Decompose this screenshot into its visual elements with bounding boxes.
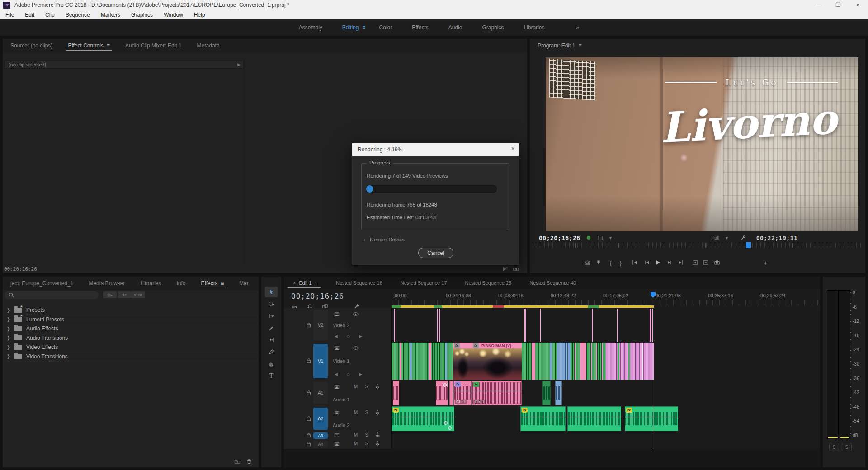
play-button[interactable] — [653, 258, 663, 268]
solo-right-button[interactable]: S — [842, 443, 852, 451]
clip-v1-accent[interactable] — [445, 343, 447, 380]
track-target-v2[interactable]: V2 — [313, 310, 328, 340]
tab-media-browser[interactable]: Media Browser — [81, 277, 132, 290]
clip-a1[interactable] — [555, 381, 562, 405]
lock-icon[interactable] — [306, 415, 312, 422]
clip-v1-accent[interactable] — [400, 343, 401, 380]
solo-left-button[interactable]: S — [829, 443, 839, 451]
track-target-a1[interactable]: A1 — [313, 382, 328, 404]
extract-button[interactable] — [701, 258, 711, 268]
patch-icon[interactable] — [334, 441, 340, 447]
razor-tool[interactable] — [265, 323, 278, 334]
mic-icon[interactable] — [374, 409, 381, 416]
mute-button[interactable]: M — [353, 384, 359, 389]
settings-wrench-icon[interactable] — [740, 235, 746, 241]
keyframe-nav-icon[interactable]: ▶ — [359, 334, 362, 338]
mute-button[interactable]: M — [353, 410, 359, 415]
sequence-tab-nested-sequence-17[interactable]: Nested Sequence 17 — [392, 277, 456, 289]
clip-a2[interactable]: fx — [625, 406, 678, 431]
track-lane-a4[interactable] — [392, 440, 820, 449]
tab-info[interactable]: Info — [169, 277, 193, 290]
list-item-audio-transitions[interactable]: ❯ Audio Transitions — [3, 334, 259, 343]
track-target-a3[interactable]: A3 — [313, 432, 328, 439]
keyframe-dot[interactable] — [446, 383, 448, 387]
gain-line[interactable] — [521, 417, 565, 417]
sequence-tab-edit-1[interactable]: ×Edit 1≡ — [284, 277, 327, 289]
clip-v2[interactable] — [524, 309, 526, 342]
program-seek-bar[interactable] — [532, 243, 863, 248]
program-current-timecode[interactable]: 00;20;16;26 — [539, 235, 580, 241]
type-tool[interactable]: T — [265, 371, 278, 381]
slip-tool[interactable] — [265, 334, 278, 345]
maximize-button[interactable]: ❐ — [828, 0, 848, 10]
settings-wrench-icon[interactable] — [740, 235, 746, 241]
step-back-button[interactable] — [642, 258, 652, 268]
tab-metadata[interactable]: Metadata — [189, 39, 227, 52]
clip-v1-accent[interactable] — [550, 343, 552, 380]
selection-tool[interactable] — [265, 287, 278, 297]
list-item-video-transitions[interactable]: ❯ Video Transitions — [3, 352, 259, 362]
program-video-frame[interactable]: Let's Go Livorno — [546, 57, 858, 231]
clip-v2[interactable] — [439, 309, 440, 342]
clip-a1[interactable]: fxCh. 1 — [472, 381, 522, 405]
workspace-tab-audio[interactable]: Audio — [439, 24, 472, 31]
clip-run-v1[interactable] — [557, 343, 571, 380]
tab-effects[interactable]: Effects≡ — [193, 277, 231, 290]
tab-source-no-clips-[interactable]: Source: (no clips) — [3, 39, 60, 52]
clip-a2[interactable]: fx — [392, 406, 454, 431]
dialog-title-bar[interactable]: Rendering : 4.19% × — [352, 143, 519, 156]
panel-menu-icon[interactable]: ≡ — [107, 42, 110, 49]
gain-line[interactable] — [625, 417, 678, 417]
solo-button[interactable]: S — [363, 384, 370, 389]
sequence-tab-nested-sequence-16[interactable]: Nested Sequence 16 — [327, 277, 392, 289]
effects-search-box[interactable] — [5, 291, 99, 299]
clip-a1[interactable] — [393, 381, 399, 405]
workspace-tab-libraries[interactable]: Libraries — [514, 24, 554, 31]
track-select-forward-tool[interactable] — [265, 299, 278, 310]
clip-v2[interactable] — [650, 309, 651, 342]
menu-graphics[interactable]: Graphics — [126, 12, 158, 18]
lock-icon[interactable] — [306, 322, 312, 328]
clip-a1[interactable] — [436, 381, 448, 405]
patch-icon[interactable] — [334, 432, 340, 438]
clip-v2[interactable] — [394, 309, 395, 342]
clip-run-v1[interactable] — [606, 343, 654, 380]
tab-ject-europe-converted-1[interactable]: ject: Europe_Converted_1 — [3, 277, 81, 290]
clip-v1-accent[interactable] — [642, 343, 643, 380]
tab-libraries[interactable]: Libraries — [132, 277, 169, 290]
clip-v1-accent[interactable] — [628, 343, 630, 380]
tab-audio-clip-mixer-edit-1[interactable]: Audio Clip Mixer: Edit 1 — [118, 39, 189, 52]
clip-v2[interactable] — [617, 309, 618, 342]
lock-icon[interactable] — [306, 441, 312, 447]
zoom-level-dropdown[interactable]: Fit▾ — [598, 235, 612, 241]
chevron-right-icon[interactable]: ❯ — [3, 317, 14, 322]
track-target-a4[interactable]: A4 — [313, 441, 328, 448]
workspace-tab-assembly[interactable]: Assembly — [289, 24, 332, 31]
chevron-right-icon[interactable]: ❯ — [3, 326, 14, 331]
keyframe-nav-icon[interactable]: ◇ — [347, 334, 350, 338]
keyframe-nav-icon[interactable]: ▶ — [359, 372, 362, 376]
list-item-audio-effects[interactable]: ❯ Audio Effects — [3, 324, 259, 334]
menu-sequence[interactable]: Sequence — [60, 12, 95, 18]
keyframe-nav-icon[interactable]: ◇ — [347, 372, 350, 376]
patch-icon[interactable] — [334, 345, 340, 351]
keyframe-dot[interactable] — [448, 426, 452, 430]
close-icon[interactable]: × — [293, 277, 296, 289]
add-controls-button[interactable]: + — [760, 258, 770, 268]
gain-line[interactable] — [454, 391, 471, 391]
lock-icon[interactable] — [306, 357, 312, 364]
patch-icon[interactable] — [334, 384, 340, 390]
mic-icon[interactable] — [374, 384, 381, 390]
mic-icon[interactable] — [374, 432, 381, 438]
delete-icon[interactable] — [246, 458, 252, 465]
clip-v2[interactable] — [592, 309, 593, 342]
new-bin-icon[interactable] — [234, 458, 241, 465]
menu-markers[interactable]: Markers — [95, 12, 126, 18]
list-item-lumetri-presets[interactable]: ❯ Lumetri Presets — [3, 315, 259, 324]
minimize-button[interactable]: — — [808, 0, 828, 10]
menu-file[interactable]: File — [0, 12, 19, 18]
keyframe-dot[interactable] — [444, 421, 448, 425]
mute-button[interactable]: M — [353, 441, 359, 446]
mute-button[interactable]: M — [353, 432, 359, 437]
mark-in-button[interactable]: { — [606, 258, 616, 268]
